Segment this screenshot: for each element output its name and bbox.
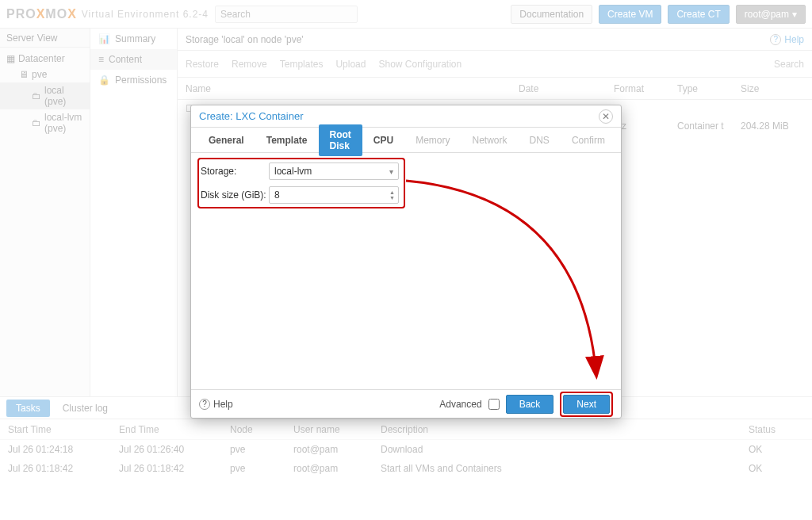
tab-confirm: Confirm <box>561 130 616 151</box>
tab-general[interactable]: General <box>197 130 255 151</box>
disk-size-input[interactable]: 8 ▲▼ <box>269 186 399 204</box>
top-header: PROXMOX Virtual Environment 6.2-4 Docume… <box>0 0 812 29</box>
col-size[interactable]: Size <box>741 83 804 94</box>
version-label: Virtual Environment 6.2-4 <box>82 9 209 20</box>
task-row[interactable]: Jul 26 01:24:18 Jul 26 01:26:40 pve root… <box>0 440 812 459</box>
back-button[interactable]: Back <box>506 395 554 414</box>
col-date[interactable]: Date <box>519 83 614 94</box>
help-link[interactable]: ?Help <box>770 34 804 45</box>
tree-node-pve[interactable]: 🖥pve <box>0 67 90 82</box>
storage-side-nav: 📊Summary ≡Content 🔒Permissions <box>90 29 178 396</box>
next-button[interactable]: Next <box>563 395 610 414</box>
chart-icon: 📊 <box>98 33 110 44</box>
close-icon[interactable]: ✕ <box>599 109 613 124</box>
tab-cpu[interactable]: CPU <box>362 130 404 151</box>
wizard-tabs: General Template Root Disk CPU Memory Ne… <box>191 128 621 153</box>
create-vm-button[interactable]: Create VM <box>599 5 661 24</box>
create-ct-button[interactable]: Create CT <box>668 5 729 24</box>
advanced-checkbox[interactable] <box>488 399 500 410</box>
tree-view-selector[interactable]: Server View <box>0 29 90 48</box>
spinner-icon[interactable]: ▲▼ <box>389 189 395 201</box>
tree-storage-local[interactable]: 🗀local (pve) <box>0 82 90 109</box>
create-container-dialog: Create: LXC Container ✕ General Template… <box>190 105 622 419</box>
col-start-time[interactable]: Start Time <box>0 424 111 435</box>
disk-size-label: Disk size (GiB): <box>201 189 269 201</box>
annotation-highlight-next: Next <box>560 392 613 417</box>
tab-root-disk[interactable]: Root Disk <box>319 124 362 156</box>
tasks-tab[interactable]: Tasks <box>6 400 50 417</box>
col-end-time[interactable]: End Time <box>111 424 222 435</box>
chevron-down-icon: ▾ <box>389 167 393 176</box>
breadcrumb: Storage 'local' on node 'pve' <box>186 34 304 45</box>
storage-label: Storage: <box>201 166 269 177</box>
user-menu-button[interactable]: root@pam ▾ <box>736 5 806 24</box>
building-icon: ▦ <box>6 53 15 64</box>
lock-icon: 🔒 <box>98 75 110 86</box>
global-search-input[interactable] <box>215 6 358 23</box>
col-name[interactable]: Name <box>186 83 519 94</box>
col-description[interactable]: Description <box>373 424 741 435</box>
tab-template[interactable]: Template <box>255 130 319 151</box>
tab-dns: DNS <box>519 130 561 151</box>
help-icon: ? <box>770 34 781 45</box>
logo: PROXMOX Virtual Environment 6.2-4 <box>6 7 209 21</box>
advanced-label: Advanced <box>439 399 481 410</box>
storage-select[interactable]: local-lvm ▾ <box>269 162 399 180</box>
disk-icon: 🗀 <box>32 117 41 128</box>
tree-storage-local-lvm[interactable]: 🗀local-lvm (pve) <box>0 109 90 136</box>
col-type[interactable]: Type <box>677 83 741 94</box>
restore-button[interactable]: Restore <box>186 59 219 70</box>
tab-network: Network <box>462 130 519 151</box>
content-table-header: Name Date Format Type Size <box>178 78 812 100</box>
disk-icon: 🗀 <box>32 90 41 101</box>
server-icon: 🖥 <box>19 69 29 80</box>
side-permissions[interactable]: 🔒Permissions <box>90 70 177 90</box>
col-user[interactable]: User name <box>285 424 373 435</box>
side-summary[interactable]: 📊Summary <box>90 29 177 49</box>
col-status[interactable]: Status <box>741 424 812 435</box>
dialog-title: Create: LXC Container <box>199 110 304 122</box>
dialog-help-button[interactable]: ? Help <box>199 399 233 410</box>
col-format[interactable]: Format <box>614 83 677 94</box>
chevron-down-icon: ▾ <box>792 9 797 20</box>
remove-button[interactable]: Remove <box>232 59 267 70</box>
tree-datacenter[interactable]: ▦Datacenter <box>0 51 90 67</box>
upload-button[interactable]: Upload <box>335 59 366 70</box>
task-row[interactable]: Jul 26 01:18:42 Jul 26 01:18:42 pve root… <box>0 459 812 478</box>
side-content[interactable]: ≡Content <box>90 49 177 70</box>
show-config-button[interactable]: Show Configuration <box>378 59 462 70</box>
tab-memory: Memory <box>404 130 461 151</box>
resource-tree-panel: Server View ▦Datacenter 🖥pve 🗀local (pve… <box>0 29 90 396</box>
col-node[interactable]: Node <box>222 424 285 435</box>
documentation-button[interactable]: Documentation <box>511 5 592 24</box>
templates-button[interactable]: Templates <box>280 59 324 70</box>
help-icon: ? <box>199 399 210 410</box>
search-label: Search <box>774 59 804 70</box>
content-toolbar: Restore Remove Templates Upload Show Con… <box>178 51 812 78</box>
list-icon: ≡ <box>98 54 104 65</box>
cluster-log-tab[interactable]: Cluster log <box>53 400 117 417</box>
